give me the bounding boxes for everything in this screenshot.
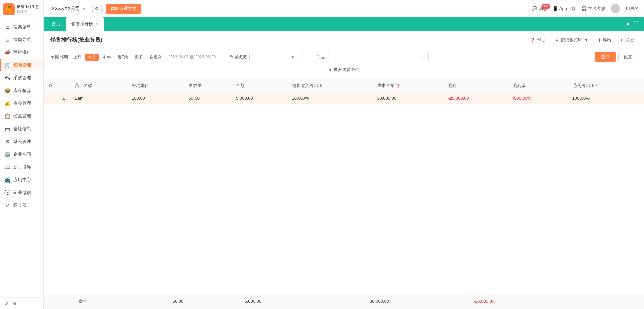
sidebar-item-guide[interactable]: 📖 新手引导 [0, 161, 43, 173]
row-profit: -25,000.00 [444, 92, 508, 104]
row-name: Eam [71, 92, 128, 104]
company-name: XXXXXX公司 [52, 6, 80, 12]
page-header: 销售排行榜(按业务员) ❓ 帮助 🖨 按模板打印 ▼ ⬇ 导出 ↻ 刷新 [44, 31, 644, 48]
online-service-button[interactable]: 🎧 在线客服 [581, 6, 605, 12]
sidebar-item-system[interactable]: ⚙ 系统管理 [0, 135, 43, 148]
finance-icon: 💰 [4, 100, 11, 106]
date-pill-more[interactable]: 更多 [132, 54, 145, 61]
sidebar-item-marketing[interactable]: 📣 营销推广 [0, 46, 43, 59]
help-icon: ❓ [530, 38, 535, 43]
status-select[interactable]: ▼ [249, 52, 303, 62]
sidebar-item-shortcut[interactable]: ⌂ 快捷导航 [0, 33, 43, 46]
date-pills: 上月 本月 本年 近7天 更多 自定义 [71, 54, 164, 61]
export-button[interactable]: ⬇ 导出 [595, 36, 614, 44]
date-pill-7days[interactable]: 近7天 [115, 54, 131, 61]
filter-row-1: 单据日期 上月 本月 本年 近7天 更多 自定义 2023-06-01 至 20… [50, 52, 637, 62]
trial-button[interactable]: 体验行业方案 [106, 4, 141, 14]
print-icon: 🖨 [555, 38, 559, 43]
tab-home[interactable]: 首页 [46, 17, 66, 31]
sidebar-item-basic[interactable]: 🗃 基础信息 [0, 122, 43, 135]
message-button[interactable]: 💬 消息 99+ [532, 6, 547, 12]
goods-label: 商品 [316, 54, 325, 60]
col-settings[interactable]: ⚙ [44, 79, 57, 92]
table-footer: 合计 50.00 5,000.00 30,000.00 -25,000.00 [44, 293, 644, 309]
sidebar-item-label-wechat: 企业微信 [13, 190, 31, 196]
app-icon: 📱 [553, 6, 558, 11]
message-badge: 99+ [542, 4, 550, 9]
search-icon: ☰ [4, 24, 11, 30]
sidebar-item-operations[interactable]: 📋 经营管理 [0, 110, 43, 122]
goods-input[interactable]: ··· [328, 52, 429, 62]
footer-cost: 30,000.00 [366, 297, 469, 306]
sidebar-item-search[interactable]: ☰ 搜索菜单 [0, 20, 43, 33]
page-title: 销售排行榜(按业务员) [50, 37, 102, 44]
sidebar-item-label-finance: 资金管理 [13, 100, 31, 106]
topbar-right: 💬 消息 99+ 📱 App下载 🎧 在线客服 用户名 [532, 4, 639, 13]
tab-sales-rank[interactable]: 销售排行榜 ✕ [66, 17, 104, 31]
main-area: XXXXXX公司 ▼ ⚙ 体验行业方案 💬 消息 99+ 📱 App下载 🎧 在… [44, 0, 644, 309]
expand-more-button[interactable]: ▼ 展开更多条件 [328, 65, 360, 75]
app-download-button[interactable]: 📱 App下载 [553, 6, 576, 12]
sidebar-item-sales[interactable]: 🛒 销售管理 [0, 59, 43, 71]
sidebar-item-label-purchase: 采购管理 [13, 75, 31, 81]
sidebar-nav: ☰ 搜索菜单 ⌂ 快捷导航 📣 营销推广 🛒 销售管理 🛍 采购管理 📦 库存核… [0, 19, 43, 297]
print-chevron-icon: ▼ [584, 38, 588, 43]
collapse-icon[interactable]: ◀ [12, 300, 16, 306]
date-pill-custom[interactable]: 自定义 [147, 54, 164, 61]
sidebar-item-enterprise[interactable]: 🏢 企业协同 [0, 148, 43, 161]
status-chevron-icon: ▼ [290, 55, 295, 60]
tab-restore-icon[interactable]: ⛶ [633, 21, 639, 28]
tab-close-window-icon[interactable]: ✕ [626, 21, 630, 28]
topbar-gear-button[interactable]: ⚙ [92, 4, 102, 13]
settings-button[interactable]: 设置 [618, 52, 637, 62]
query-button[interactable]: 查询 [595, 52, 616, 62]
col-amount: 全额 [232, 79, 288, 92]
row-avg-price: 100.00 [128, 92, 185, 104]
system-icon: ⚙ [4, 139, 11, 145]
sidebar-item-label-operations: 经营管理 [13, 113, 31, 119]
sidebar-item-label-basic: 基础信息 [13, 126, 31, 132]
logo-text: 畅康通好生意 标准版 [17, 4, 39, 14]
table-row: 1 Eam 100.00 50.00 5,000.00 100.00% 30,0… [44, 92, 644, 104]
footer-amount: 5,000.00 [241, 297, 335, 306]
sidebar-item-inventory[interactable]: 📦 库存核算 [0, 84, 43, 97]
date-pill-current-month[interactable]: 本月 [85, 54, 99, 61]
date-pill-prev-month[interactable]: 上月 [71, 54, 84, 61]
guide-icon: 📖 [4, 164, 11, 170]
sidebar-item-finance[interactable]: 💰 资金管理 [0, 97, 43, 110]
date-pill-current-year[interactable]: 本年 [100, 54, 114, 61]
avatar[interactable] [611, 4, 620, 13]
tab-close-icon[interactable]: ✕ [95, 22, 98, 27]
filter-bar: 单据日期 上月 本月 本年 近7天 更多 自定义 2023-06-01 至 20… [44, 48, 644, 79]
refresh-icon: ↻ [621, 38, 625, 43]
sidebar-item-apps[interactable]: 📺 应用中心 [0, 173, 43, 186]
chevron-down-icon: ▼ [328, 67, 332, 72]
row-cost: 30,000.00 [373, 92, 444, 104]
sidebar-item-member[interactable]: V 畅会员 [0, 199, 43, 212]
row-profit-rate: -500.00% [509, 92, 568, 104]
company-selector[interactable]: XXXXXX公司 ▼ [49, 4, 88, 13]
row-settings [44, 92, 57, 104]
message-icon: 💬 [532, 6, 537, 11]
goods-filter-group: 商品 ··· [316, 52, 429, 62]
tab-bar: 首页 销售排行榜 ✕ ✕ ⛶ [44, 17, 644, 31]
print-button[interactable]: 🖨 按模板打印 ▼ [552, 36, 591, 44]
basic-icon: 🗃 [4, 126, 11, 132]
help-button[interactable]: ❓ 帮助 [527, 36, 548, 44]
service-icon: 🎧 [581, 6, 587, 11]
col-qty: 主数量 [184, 79, 232, 92]
page-actions: ❓ 帮助 🖨 按模板打印 ▼ ⬇ 导出 ↻ 刷新 [527, 36, 637, 44]
refresh-button[interactable]: ↻ 刷新 [618, 36, 637, 44]
settings-icon[interactable]: ⚙ [4, 300, 8, 306]
col-profit-pct: 毛利占比% % [568, 79, 644, 92]
date-filter-group: 单据日期 上月 本月 本年 近7天 更多 自定义 2023-06-01 至 20… [50, 54, 216, 61]
cost-help-icon[interactable]: ❓ [396, 84, 401, 88]
chevron-down-icon: ▼ [82, 7, 86, 11]
sidebar-item-label-search: 搜索菜单 [13, 24, 31, 30]
sales-icon: 🛒 [4, 62, 11, 68]
apps-icon: 📺 [4, 177, 11, 183]
status-label: 单据状态 [229, 54, 247, 60]
data-table: ⚙ 员工名称 平均单价 主数量 全额 销售收入占比% 成本全额 ❓ 毛利 毛利率 [44, 79, 644, 104]
sidebar-item-purchase[interactable]: 🛍 采购管理 [0, 71, 43, 84]
sidebar-item-wechat[interactable]: 💬 企业微信 [0, 186, 43, 199]
